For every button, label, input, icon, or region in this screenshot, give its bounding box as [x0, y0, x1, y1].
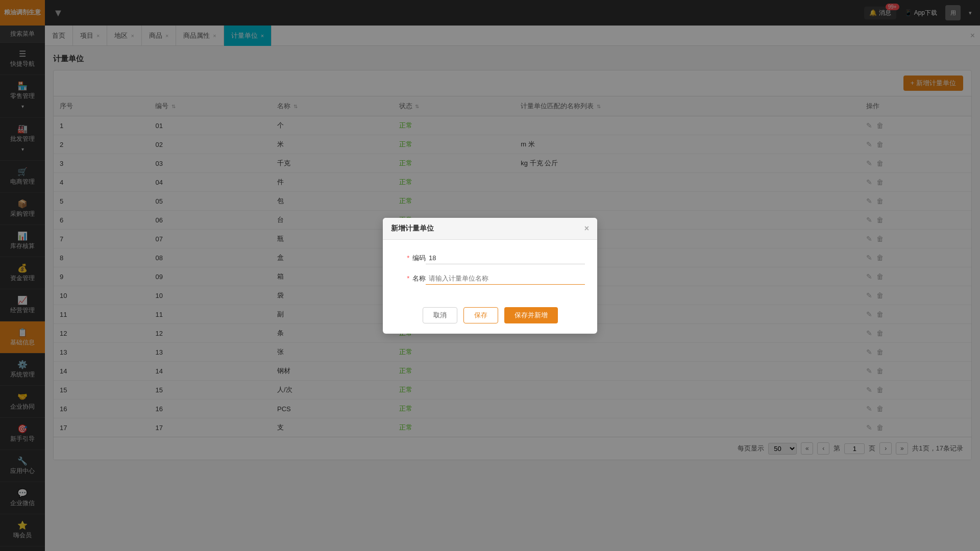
code-input[interactable]: [426, 252, 585, 264]
save-button[interactable]: 保存: [463, 307, 498, 323]
name-input[interactable]: [426, 272, 585, 285]
modal-body: * 编码 * 名称: [383, 240, 597, 301]
name-label: * 名称: [395, 274, 426, 283]
cancel-button[interactable]: 取消: [423, 307, 457, 323]
form-row-name: * 名称: [395, 272, 585, 285]
modal-footer: 取消 保存 保存并新增: [383, 301, 597, 334]
modal-title: 新增计量单位: [391, 224, 434, 233]
modal-header: 新增计量单位 ×: [383, 218, 597, 240]
form-row-code: * 编码: [395, 252, 585, 264]
save-and-new-button[interactable]: 保存并新增: [504, 307, 558, 323]
code-label: * 编码: [395, 254, 426, 263]
add-unit-modal: 新增计量单位 × * 编码 * 名称 取消 保存 保存并新增: [383, 218, 597, 334]
modal-overlay[interactable]: 新增计量单位 × * 编码 * 名称 取消 保存 保存并新增: [0, 0, 980, 551]
modal-close-button[interactable]: ×: [584, 224, 589, 233]
